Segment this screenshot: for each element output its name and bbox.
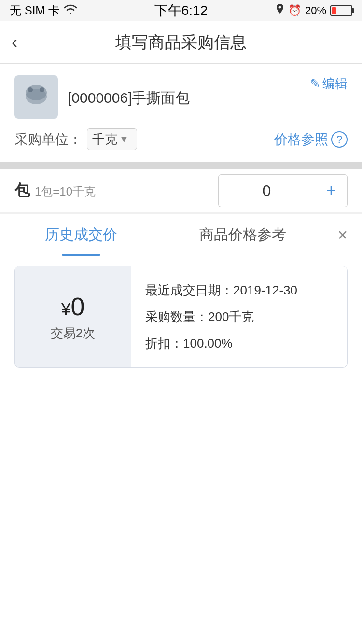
product-thumbnail-icon (22, 83, 51, 112)
tabs-header: 历史成交价 商品价格参考 × (0, 214, 362, 256)
section-divider (0, 162, 362, 169)
nav-bar: ‹ 填写商品采购信息 (0, 21, 362, 64)
battery-icon (330, 5, 352, 16)
quantity-value: 200千克 (208, 309, 254, 324)
carrier-text: 无 SIM 卡 (10, 3, 60, 18)
price-ref-label: 价格参照 (274, 130, 328, 149)
unit-value: 千克 (92, 131, 117, 148)
purchase-left: 采购单位： 千克 ▼ (14, 128, 137, 150)
quantity-row: 包 1包=10千克 + (0, 169, 362, 212)
page-background (0, 378, 362, 644)
location-icon (276, 4, 284, 17)
currency-symbol: ¥ (61, 299, 71, 319)
history-card-right: 最近成交日期：2019-12-30 采购数量：200千克 折扣：100.00% (131, 266, 347, 367)
history-detail-discount: 折扣：100.00% (145, 334, 333, 353)
product-name: [0000006]手撕面包 (68, 86, 190, 108)
history-card: ¥0 交易2次 最近成交日期：2019-12-30 采购数量：200千克 折扣：… (14, 266, 348, 368)
quantity-input[interactable] (218, 174, 315, 207)
tab-history-price[interactable]: 历史成交价 (0, 214, 162, 256)
battery-fill (332, 7, 336, 14)
quantity-label: 包 1包=10千克 (14, 180, 96, 201)
purchase-row: 采购单位： 千克 ▼ 价格参照 ? (14, 128, 348, 150)
tab-product-price-ref[interactable]: 商品价格参考 (162, 214, 323, 256)
status-time: 下午6:12 (154, 1, 208, 20)
quantity-conversion: 1包=10千克 (35, 184, 96, 199)
status-left: 无 SIM 卡 (10, 3, 77, 18)
tab-product-price-ref-label: 商品价格参考 (199, 225, 286, 245)
product-header: [0000006]手撕面包 ✎ 编辑 (14, 75, 348, 119)
wifi-icon (64, 4, 77, 17)
battery-percent: 20% (305, 4, 326, 17)
page-title: 填写商品采购信息 (115, 31, 247, 54)
edit-label: 编辑 (322, 75, 348, 92)
history-trades: 交易2次 (51, 325, 95, 342)
date-value: 2019-12-30 (233, 283, 297, 297)
status-bar: 无 SIM 卡 下午6:12 ⏰ 20% (0, 0, 362, 21)
purchase-unit-label: 采购单位： (14, 130, 82, 149)
quantity-label: 采购数量： (145, 309, 208, 324)
date-label: 最近成交日期： (145, 283, 233, 297)
price-ref-button[interactable]: 价格参照 ? (274, 130, 348, 149)
edit-icon: ✎ (310, 76, 320, 91)
tab-history-price-label: 历史成交价 (45, 225, 117, 245)
product-image (14, 75, 58, 119)
history-price: ¥0 (61, 292, 85, 321)
status-right: ⏰ 20% (276, 4, 352, 17)
quantity-input-group: + (218, 174, 348, 207)
history-card-left: ¥0 交易2次 (15, 266, 131, 367)
history-detail-date: 最近成交日期：2019-12-30 (145, 281, 333, 300)
history-price-value: 0 (71, 293, 85, 321)
edit-button[interactable]: ✎ 编辑 (310, 75, 348, 92)
history-card-container: ¥0 交易2次 最近成交日期：2019-12-30 采购数量：200千克 折扣：… (0, 256, 362, 378)
price-ref-question-icon: ? (331, 131, 348, 148)
unit-dropdown[interactable]: 千克 ▼ (87, 128, 137, 150)
quantity-unit: 包 (14, 180, 30, 201)
tab-close-button[interactable]: × (323, 225, 362, 245)
discount-label: 折扣： (145, 336, 183, 350)
svg-point-3 (40, 87, 44, 92)
history-detail-quantity: 采购数量：200千克 (145, 308, 333, 326)
discount-value: 100.00% (183, 336, 233, 350)
product-left: [0000006]手撕面包 (14, 75, 190, 119)
alarm-icon: ⏰ (288, 4, 301, 17)
tab-active-indicator (62, 254, 100, 256)
svg-point-2 (28, 87, 33, 92)
product-card: [0000006]手撕面包 ✎ 编辑 采购单位： 千克 ▼ 价格参照 ? (0, 64, 362, 162)
chevron-down-icon: ▼ (119, 134, 129, 145)
back-button[interactable]: ‹ (12, 32, 17, 53)
quantity-plus-button[interactable]: + (315, 174, 348, 207)
tabs-panel: 历史成交价 商品价格参考 × ¥0 交易2次 最近成交日期：2019-12-30… (0, 214, 362, 378)
